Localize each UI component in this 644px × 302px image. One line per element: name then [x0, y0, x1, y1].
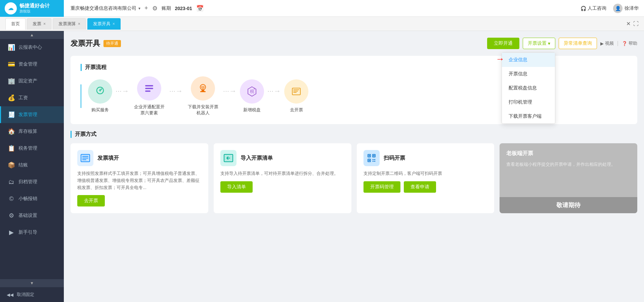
method-card-import: 导入开票清单 支持导入待开票清单，可对待开票清单进行拆分、合并处理。 导入清单 [214, 143, 351, 213]
flow-step-3: 下载并安装开票机器人 [186, 76, 220, 116]
method-card-boss-header: 老板端开票 [506, 150, 631, 157]
scan-buttons: 开票码管理 查看申请 [363, 181, 488, 193]
sidebar-scroll-up[interactable]: ▲ [0, 31, 64, 39]
settlement-icon: 📦 [8, 161, 15, 169]
flow-step-4-icon: 税+ [240, 79, 264, 104]
settings-dropdown-menu: 企业信息 开票信息 配置税盘信息 打印机管理 下载开票客户端 [502, 52, 555, 124]
methods-grid: 发票填开 支持按照发票样式手工填开发票；可开具增值税电子普通发票、增值税普通发票… [71, 143, 637, 213]
sidebar-item-archive[interactable]: 🗂 归档管理 [0, 174, 64, 190]
svg-rect-33 [373, 161, 374, 162]
svg-rect-11 [200, 91, 206, 92]
tab-invoice-calc[interactable]: 发票测算 × [53, 18, 86, 30]
guide-icon: ▶ [8, 229, 15, 236]
sidebar-item-salary-label: 工资 [18, 95, 28, 101]
sidebar-item-guide[interactable]: ▶ 新手引导 [0, 224, 64, 241]
sidebar-item-expense-label: 小畅报销 [18, 196, 37, 202]
settings-button[interactable]: ⚙ [152, 5, 158, 12]
tabs-bar-right: ✕ ⛶ [626, 21, 639, 27]
dropdown-item-company[interactable]: 企业信息 [502, 53, 555, 67]
sidebar-item-reports-label: 云报表中心 [18, 44, 42, 50]
dropdown-company-label: 企业信息 [509, 57, 527, 63]
svg-text:+: + [98, 87, 101, 93]
method-card-manual-desc: 支持按照发票样式手工填开发票；可开具增值税电子普通发票、增值税普通发票、增值税专… [77, 170, 202, 191]
sidebar-item-expense[interactable]: © 小畅报销 [0, 190, 64, 207]
page-header: 发票开具 待开通 立即开通 开票设置 ▾ 企业信息 [71, 38, 637, 49]
sidebar-unpin-button[interactable]: ◀◀ 取消固定 [0, 287, 64, 302]
tab-invoice-calc-close-icon[interactable]: × [78, 22, 80, 26]
help-label: 帮助 [629, 40, 637, 46]
flow-step-5-icon [284, 79, 308, 104]
unpin-label: 取消固定 [17, 292, 34, 298]
svg-rect-22 [82, 159, 86, 160]
method-card-manual-header: 发票填开 [77, 150, 202, 166]
method-card-manual-icon [77, 150, 93, 166]
import-list-button[interactable]: 导入清单 [220, 181, 253, 193]
sidebar-item-funds[interactable]: 💳 资金管理 [0, 56, 64, 73]
page-title-area: 发票开具 待开通 [71, 38, 121, 48]
svg-rect-10 [202, 90, 204, 91]
add-button[interactable]: + [144, 5, 148, 12]
settings-dropdown-container: 开票设置 ▾ 企业信息 开票信息 配置税盘信息 [523, 38, 555, 49]
svg-rect-5 [145, 90, 151, 92]
flow-divider [81, 84, 81, 108]
sidebar-item-salary[interactable]: 💰 工资 [0, 89, 64, 106]
svg-rect-15 [293, 89, 299, 90]
dropdown-item-printer[interactable]: 打印机管理 [502, 95, 555, 109]
video-button[interactable]: ▶ 视频 [600, 40, 614, 46]
sidebar-item-invoice[interactable]: 🧾 发票管理 [0, 106, 64, 123]
tab-invoice-issue-label: 发票开具 [93, 21, 111, 27]
divider-1: | [617, 40, 618, 46]
company-selector[interactable]: 重庆畅捷交通信息咨询有限公司 ▾ [71, 5, 140, 11]
logo-icon: ☁ [5, 2, 17, 14]
svg-rect-17 [293, 92, 297, 93]
flow-step-4: 税+ 新增税盘 [240, 79, 264, 113]
flow-step-1-label: 购买服务 [91, 107, 109, 113]
invoice-icon: 🧾 [8, 111, 15, 118]
method-card-import-desc: 支持导入待开票清单，可对待开票清单进行拆分、合并处理。 [220, 170, 345, 177]
method-card-manual: 发票填开 支持按照发票样式手工填开发票；可开具增值税电子普通发票、增值税普通发票… [71, 143, 208, 213]
sidebar-item-tax[interactable]: 📋 税务管理 [0, 140, 64, 157]
invoice-settings-button[interactable]: 开票设置 ▾ [523, 38, 555, 49]
dropdown-item-download-client[interactable]: 下载开票客户端 [502, 109, 555, 123]
play-icon: ▶ [600, 41, 604, 46]
qr-code-manage-button[interactable]: 开票码管理 [363, 181, 400, 193]
sidebar-item-settings[interactable]: ⚙ 基础设置 [0, 207, 64, 224]
dropdown-tax-disk-label: 配置税盘信息 [509, 85, 537, 91]
sidebar-item-inventory[interactable]: 🏠 库存核算 [0, 123, 64, 140]
dropdown-item-invoice-info[interactable]: 开票信息 [502, 67, 555, 81]
tab-invoice-issue-close-icon[interactable]: × [113, 22, 115, 26]
sidebar-item-settlement[interactable]: 📦 结账 [0, 157, 64, 174]
assets-icon: 🏢 [8, 77, 15, 85]
tab-invoice[interactable]: 发票 × [27, 18, 51, 30]
close-window-button[interactable]: ✕ [626, 21, 631, 27]
method-card-import-header: 导入开票清单 [220, 150, 345, 166]
dropdown-item-tax-disk[interactable]: 配置税盘信息 [502, 81, 555, 95]
svg-rect-20 [82, 156, 88, 157]
calendar-icon[interactable]: 📅 [196, 5, 204, 12]
base-settings-icon: ⚙ [8, 212, 15, 219]
top-bar: ☁ 畅捷通好会计 旗舰版 重庆畅捷交通信息咨询有限公司 ▾ + ⚙ 账期 202… [0, 0, 644, 17]
manual-invoice-button[interactable]: 去开票 [77, 195, 105, 206]
activate-button[interactable]: 立即开通 [487, 38, 519, 49]
tab-home[interactable]: 首页 [5, 18, 26, 30]
user-info[interactable]: 👤 徐泽华 [613, 4, 639, 13]
status-badge: 待开通 [103, 40, 121, 47]
anomaly-list-label: 异常清单查询 [564, 40, 592, 46]
method-card-scan-icon [363, 150, 380, 166]
sidebar-item-assets[interactable]: 🏢 固定资产 [0, 73, 64, 89]
tab-invoice-calc-label: 发票测算 [58, 21, 76, 27]
maximize-window-button[interactable]: ⛶ [633, 21, 639, 27]
company-name: 重庆畅捷交通信息咨询有限公司 [71, 5, 136, 11]
flow-arrow-1: ···→ [112, 87, 132, 106]
view-application-scan-button[interactable]: 查看申请 [404, 181, 436, 193]
tab-invoice-close-icon[interactable]: × [43, 22, 46, 26]
flow-step-2: 企业开通配置开票六要素 [132, 76, 166, 116]
support-button[interactable]: 🎧 人工咨询 [581, 5, 606, 11]
sidebar-item-reports[interactable]: 📊 云报表中心 [0, 39, 64, 56]
expense-icon: © [8, 195, 15, 202]
tab-invoice-issue[interactable]: 发票开具 × [87, 18, 121, 30]
sidebar-scroll-down[interactable]: ▼ [0, 279, 64, 287]
anomaly-list-button[interactable]: 异常清单查询 [559, 38, 597, 49]
help-button[interactable]: ❓ 帮助 [622, 40, 637, 46]
dropdown-invoice-info-label: 开票信息 [509, 71, 527, 77]
